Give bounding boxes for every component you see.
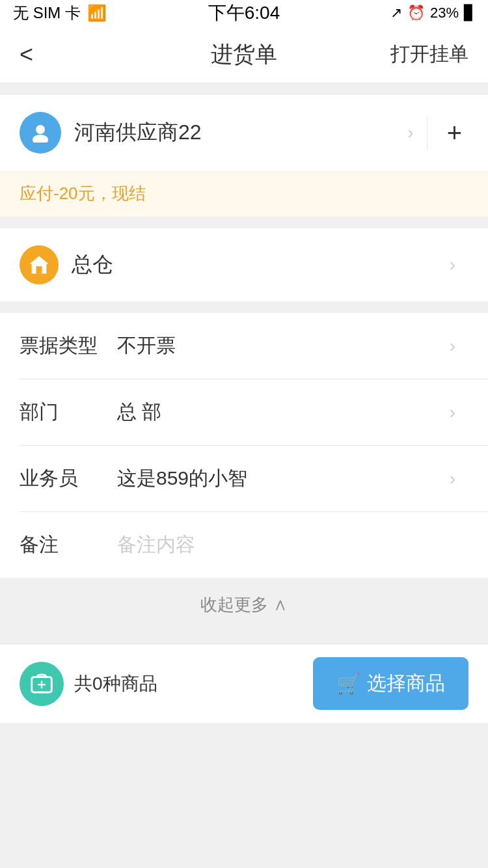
invoice-type-label: 票据类型	[20, 332, 98, 359]
warehouse-section: 总仓 ›	[0, 228, 488, 301]
invoice-type-row[interactable]: 票据类型 不开票 ›	[0, 313, 488, 379]
department-row[interactable]: 部门 总 部 ›	[0, 379, 488, 445]
invoice-type-value: 不开票	[98, 332, 450, 359]
content-area	[0, 723, 488, 868]
remark-label: 备注	[20, 532, 98, 558]
cart-icon	[29, 671, 55, 697]
person-icon	[31, 123, 50, 142]
nav-bar: < 进货单 打开挂单	[0, 26, 488, 83]
select-goods-icon: 🛒	[336, 672, 360, 695]
status-left: 无 SIM 卡 📶	[13, 3, 107, 23]
salesperson-label: 业务员	[20, 465, 98, 492]
select-goods-button[interactable]: 🛒 选择商品	[313, 657, 468, 710]
collapse-label: 收起更多 ∧	[200, 593, 287, 616]
invoice-chevron-icon: ›	[450, 336, 455, 357]
form-section: 票据类型 不开票 › 部门 总 部 › 业务员 这是859的小智 › 备注 备注…	[0, 313, 488, 578]
notice-text: 应付-20元，现结	[20, 183, 146, 203]
supplier-avatar	[20, 112, 61, 154]
section-divider-1	[0, 83, 488, 95]
goods-count-area: 共0种商品	[20, 662, 157, 706]
page-title: 进货单	[211, 40, 277, 70]
open-pending-button[interactable]: 打开挂单	[390, 41, 468, 68]
battery-label: 23%	[430, 5, 459, 21]
bottom-bar: 共0种商品 🛒 选择商品	[0, 644, 488, 723]
status-time: 下午6:04	[208, 1, 280, 25]
supplier-section: 河南供应商22 › + 应付-20元，现结	[0, 95, 488, 217]
salesperson-row[interactable]: 业务员 这是859的小智 ›	[0, 446, 488, 511]
svg-point-1	[33, 135, 48, 142]
warehouse-name: 总仓	[72, 251, 450, 279]
supplier-divider	[427, 116, 427, 149]
select-goods-label: 选择商品	[367, 670, 445, 697]
add-button[interactable]: +	[441, 118, 468, 148]
collapse-row[interactable]: 收起更多 ∧	[0, 578, 488, 632]
remark-row[interactable]: 备注 备注内容	[0, 512, 488, 578]
wifi-icon: 📶	[87, 4, 107, 22]
svg-point-0	[36, 125, 45, 134]
salesperson-value: 这是859的小智	[98, 465, 450, 492]
salesperson-chevron-icon: ›	[450, 468, 455, 489]
department-label: 部门	[20, 399, 98, 426]
supplier-row[interactable]: 河南供应商22 › +	[0, 95, 488, 170]
warehouse-icon	[20, 245, 59, 284]
warehouse-row[interactable]: 总仓 ›	[0, 228, 488, 301]
carrier-label: 无 SIM 卡	[13, 3, 81, 23]
section-divider-4	[0, 632, 488, 644]
department-value: 总 部	[98, 399, 450, 426]
supplier-name: 河南供应商22	[74, 118, 407, 147]
status-bar: 无 SIM 卡 📶 下午6:04 ↗ ⏰ 23% ▊	[0, 0, 488, 26]
svg-rect-2	[36, 266, 42, 273]
goods-icon	[20, 662, 64, 706]
battery-icon: ▊	[464, 5, 475, 21]
home-icon	[28, 254, 50, 276]
status-right: ↗ ⏰ 23% ▊	[390, 5, 475, 21]
supplier-chevron-icon: ›	[407, 122, 413, 143]
alarm-icon: ⏰	[407, 5, 425, 21]
warehouse-chevron-icon: ›	[450, 254, 455, 275]
back-button[interactable]: <	[20, 41, 33, 68]
section-divider-2	[0, 217, 488, 228]
notice-banner: 应付-20元，现结	[0, 170, 488, 217]
section-divider-3	[0, 301, 488, 313]
goods-count-text: 共0种商品	[74, 671, 157, 696]
remark-placeholder[interactable]: 备注内容	[98, 532, 468, 558]
department-chevron-icon: ›	[450, 402, 455, 423]
location-icon: ↗	[390, 5, 402, 21]
